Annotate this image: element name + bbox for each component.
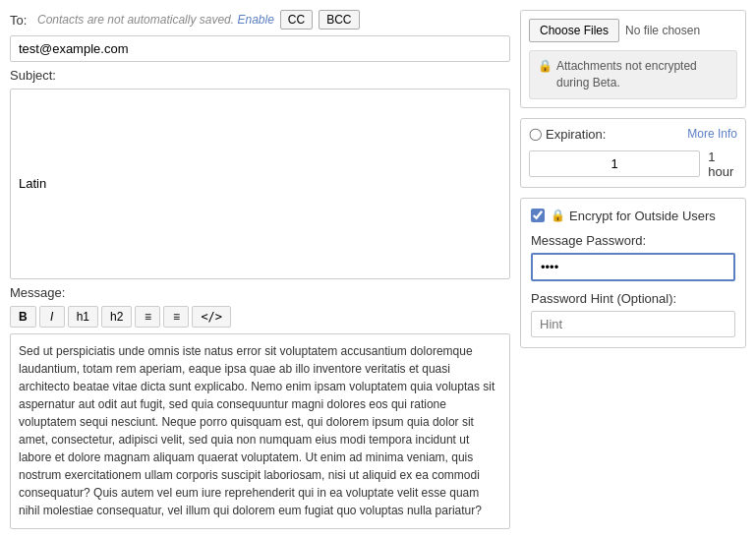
message-body[interactable]: Sed ut perspiciatis unde omnis iste natu… xyxy=(10,333,510,530)
to-row: To: Contacts are not automatically saved… xyxy=(10,10,510,30)
password-label: Message Password: xyxy=(531,233,735,248)
hint-input[interactable] xyxy=(531,311,735,337)
warning-text: Attachments not encrypted during Beta. xyxy=(556,58,728,91)
bcc-button[interactable]: BCC xyxy=(319,10,359,30)
encrypt-box: 🔒 Encrypt for Outside Users Message Pass… xyxy=(520,198,746,348)
to-input[interactable] xyxy=(10,35,510,62)
more-info-link[interactable]: More Info xyxy=(687,127,737,141)
expiration-header: ◯ Expiration: More Info xyxy=(529,127,737,142)
hint-label: Password Hint (Optional): xyxy=(531,291,735,306)
choose-files-button[interactable]: Choose Files xyxy=(529,19,619,42)
cc-button[interactable]: CC xyxy=(280,10,313,30)
message-label: Message: xyxy=(10,285,510,300)
message-toolbar: B I h1 h2 ≡ ≡ </> xyxy=(10,306,510,328)
encrypt-header: 🔒 Encrypt for Outside Users xyxy=(531,209,735,223)
subject-label: Subject: xyxy=(10,68,56,83)
attachment-warning: 🔒 Attachments not encrypted during Beta. xyxy=(529,50,737,99)
password-input[interactable] xyxy=(531,253,735,281)
encrypt-checkbox[interactable] xyxy=(531,209,545,222)
contact-notice: Contacts are not automatically saved. En… xyxy=(37,13,274,27)
expiration-input[interactable] xyxy=(529,150,700,177)
no-file-text: No file chosen xyxy=(625,24,700,37)
subject-row: Subject: xyxy=(10,68,510,83)
encrypt-lock-icon: 🔒 xyxy=(551,209,565,222)
choose-files-row: Choose Files No file chosen xyxy=(529,19,737,42)
code-button[interactable]: </> xyxy=(192,306,231,328)
enable-link[interactable]: Enable xyxy=(237,13,273,27)
attachments-box: Choose Files No file chosen 🔒 Attachment… xyxy=(520,10,746,108)
bold-button[interactable]: B xyxy=(10,306,36,328)
italic-button[interactable]: I xyxy=(39,306,65,328)
lock-warning-icon: 🔒 xyxy=(538,59,552,73)
clock-icon: ◯ xyxy=(529,127,542,141)
expiration-value-row: 1 hour xyxy=(529,150,737,179)
to-label: To: xyxy=(10,13,31,28)
h1-button[interactable]: h1 xyxy=(68,306,98,328)
expiration-unit: 1 hour xyxy=(708,150,737,179)
subject-input[interactable] xyxy=(10,89,510,279)
h2-button[interactable]: h2 xyxy=(101,306,132,328)
ol-button[interactable]: ≡ xyxy=(163,306,189,328)
encrypt-label: 🔒 Encrypt for Outside Users xyxy=(551,209,716,223)
ul-button[interactable]: ≡ xyxy=(135,306,160,328)
expiration-box: ◯ Expiration: More Info 1 hour xyxy=(520,118,746,188)
expiration-label: ◯ Expiration: xyxy=(529,127,606,142)
